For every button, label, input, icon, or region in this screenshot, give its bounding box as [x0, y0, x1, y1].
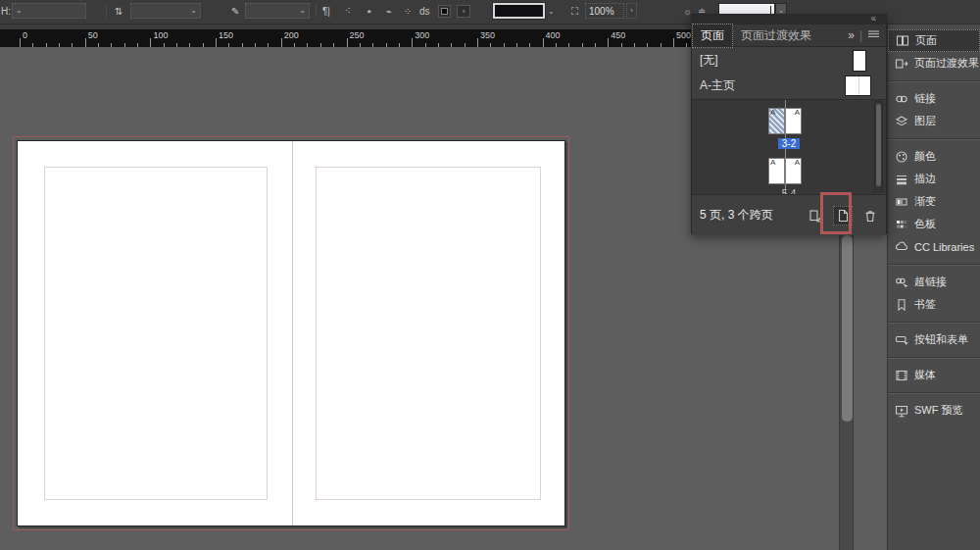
collapse-panel-icon[interactable]: «: [870, 13, 876, 24]
tab-pages[interactable]: 页面: [692, 24, 733, 48]
separator: |: [859, 28, 862, 42]
ruler-label: 400: [546, 30, 561, 40]
master-prefix-letter: A: [795, 159, 800, 168]
ruler-tick: [621, 43, 622, 47]
dock-divider: [888, 258, 980, 271]
asterisk-icon[interactable]: ⁘: [404, 3, 412, 20]
dock-item-stroke[interactable]: 描边: [888, 168, 980, 190]
delete-page-icon: [863, 209, 877, 223]
dock-item-bookmarks[interactable]: 书签: [888, 293, 980, 316]
frame-icon[interactable]: ⛶: [571, 3, 578, 20]
cc-libraries-icon: [895, 240, 908, 254]
panel-menu-icon[interactable]: [867, 27, 880, 43]
ruler-tick: [412, 38, 413, 47]
dock-item-color[interactable]: 颜色: [888, 145, 980, 168]
dock-item-label: 链接: [914, 91, 936, 106]
chevron-down-icon: ⌄: [299, 7, 306, 15]
ruler-tick: [203, 43, 204, 47]
ruler-tick: [150, 38, 151, 47]
dock-divider: [888, 75, 980, 87]
ruler-label: 50: [88, 30, 98, 40]
glyph-icon-2[interactable]: ⌁: [386, 3, 392, 20]
dock-item-gradient[interactable]: 渐变: [888, 190, 980, 213]
ruler-tick: [176, 43, 177, 47]
page-thumbnail[interactable]: A: [768, 108, 785, 134]
dock-item-buttons-forms[interactable]: 按钮和表单: [888, 328, 980, 351]
dock-item-label: 页面过渡效果: [914, 56, 979, 71]
ruler-tick: [425, 43, 426, 47]
dotted-underline-icon[interactable]: ⁖: [345, 3, 351, 20]
page-thumbnail[interactable]: A: [785, 108, 802, 134]
ruler-label: 350: [480, 30, 495, 40]
dock-item-layers[interactable]: 图层: [888, 110, 980, 132]
glyph-icon-1[interactable]: ٭: [367, 3, 371, 20]
page-thumbnail[interactable]: A: [768, 158, 785, 184]
page-thumbnail[interactable]: A: [785, 158, 802, 184]
double-chevron-icon[interactable]: »: [848, 28, 855, 42]
mini-swatch-button[interactable]: [438, 5, 451, 18]
spread-spine: [292, 141, 293, 525]
text-direction-icon[interactable]: ⇅: [115, 3, 122, 20]
zoom-step-button[interactable]: ›: [626, 3, 637, 19]
masters-list: [无]A-主页: [692, 47, 886, 99]
delete-page-button[interactable]: [860, 206, 880, 225]
ruler-tick: [124, 43, 125, 47]
panel-scrollbar-thumb[interactable]: [876, 104, 881, 186]
ruler-tick: [320, 43, 321, 47]
ruler-tick: [451, 43, 452, 47]
margin-guide-left-page: [44, 167, 268, 500]
annotation-rectangle: [820, 192, 852, 234]
zoom-level-field[interactable]: 100%: [585, 3, 624, 19]
master-row[interactable]: A-主页: [692, 73, 886, 98]
master-thumbnail[interactable]: [845, 75, 871, 96]
ruler-tick: [608, 38, 609, 47]
dock-item-swf-preview[interactable]: SWF 预览: [888, 399, 980, 422]
paragraph-marks-icon[interactable]: ¶|: [322, 3, 330, 20]
combo-2[interactable]: ⌄: [130, 3, 201, 19]
ruler-label: 0: [23, 30, 27, 40]
arrow-button[interactable]: ›: [457, 5, 470, 18]
fill-swatch[interactable]: [493, 3, 545, 19]
master-thumbnail[interactable]: [853, 50, 866, 72]
ruler-tick: [281, 38, 282, 47]
chevron-down-icon[interactable]: ⌄: [548, 3, 555, 20]
panel-scrollbar[interactable]: [874, 101, 883, 192]
page-transitions-icon: [895, 57, 908, 71]
ruler-tick: [307, 43, 308, 47]
spread-thumbnail[interactable]: AA: [768, 158, 802, 184]
tab-page-transitions[interactable]: 页面过渡效果: [733, 25, 819, 47]
scrollbar-thumb[interactable]: [842, 235, 853, 422]
pen-icon[interactable]: ✎: [231, 3, 239, 20]
dock-item-hyperlinks[interactable]: 超链接: [888, 271, 980, 293]
ruler-tick: [268, 43, 269, 47]
dock-item-label: 超链接: [914, 275, 947, 289]
dock-divider: [888, 351, 980, 364]
ruler-tick: [46, 43, 47, 47]
dock-item-page-transitions[interactable]: 页面过渡效果: [888, 52, 980, 75]
dock-item-media[interactable]: 媒体: [888, 364, 980, 386]
combo-3[interactable]: ⌄: [245, 3, 310, 19]
ruler-tick: [647, 43, 648, 47]
combo-1[interactable]: ⌄: [12, 3, 86, 19]
page-spread[interactable]: [17, 140, 565, 526]
layers-icon: [895, 115, 908, 128]
dock-item-label: 色板: [914, 217, 936, 231]
master-row[interactable]: [无]: [692, 47, 886, 73]
ruler-tick: [347, 38, 348, 47]
master-prefix-letter: A: [795, 109, 800, 118]
spread-label[interactable]: 3-2: [778, 138, 800, 149]
ruler-tick: [255, 43, 256, 47]
dock-divider: [888, 316, 980, 328]
spread-thumbnail[interactable]: AA: [768, 108, 802, 134]
dock-item-swatches[interactable]: 色板: [888, 213, 980, 235]
dock-item-cc-libraries[interactable]: CC Libraries: [888, 235, 980, 258]
kerning-icon[interactable]: ds: [419, 3, 430, 20]
ruler-tick: [59, 43, 60, 47]
ruler-tick: [504, 43, 505, 47]
pages-icon: [896, 34, 909, 48]
dock-item-pages[interactable]: 页面: [888, 29, 980, 52]
ruler-tick: [529, 43, 530, 47]
horizontal-ruler[interactable]: 050100150200250300350400450500: [0, 25, 691, 47]
dock-item-links[interactable]: 链接: [888, 87, 980, 110]
spreads-area: AA3-2AA5-4: [692, 100, 886, 194]
